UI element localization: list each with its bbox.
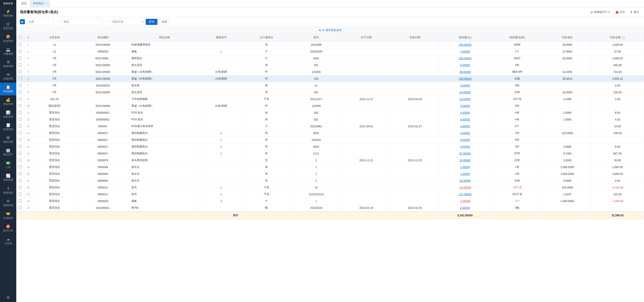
row-checkbox[interactable] <box>19 84 22 87</box>
sidebar-item-wholesale[interactable]: 📦 批发管理 <box>0 32 16 45</box>
row-checkbox-cell[interactable] <box>16 123 24 130</box>
row-checkbox-cell[interactable] <box>16 69 24 75</box>
row-checkbox-cell[interactable] <box>16 103 24 109</box>
row-checkbox[interactable] <box>19 138 22 141</box>
row-stock-main[interactable]: 1.00000 <box>439 48 491 55</box>
filter-expand-arrow[interactable]: ▶ <box>20 19 25 24</box>
row-checkbox-cell[interactable] <box>16 177 24 184</box>
row-checkbox[interactable] <box>19 70 22 73</box>
goods-filter[interactable] <box>62 19 102 25</box>
row-checkbox[interactable] <box>19 199 22 202</box>
row-checkbox[interactable] <box>19 77 22 80</box>
row-checkbox[interactable] <box>19 57 22 60</box>
sidebar-item-collab[interactable]: 🤝 企业协同 <box>0 209 16 222</box>
tab-home[interactable]: 首页 <box>18 0 30 7</box>
row-stock-main[interactable]: 49.60000 <box>439 69 491 75</box>
row-checkbox[interactable] <box>19 97 22 100</box>
row-checkbox[interactable] <box>19 145 22 148</box>
row-checkbox-cell[interactable] <box>16 82 24 89</box>
search-button[interactable]: 查询 <box>146 19 158 25</box>
sidebar-item-basic-info[interactable]: ℹ 基础信息 <box>0 184 16 197</box>
warehouse-filter[interactable] <box>27 19 54 25</box>
sidebar-item-system[interactable]: ⚙ 系统管理 <box>0 197 16 209</box>
sidebar-item-cloud[interactable]: ☁ 云应用 <box>0 235 16 247</box>
row-checkbox-cell[interactable] <box>16 116 24 123</box>
row-stock-main[interactable]: 0.00000 <box>439 82 491 89</box>
row-checkbox-cell[interactable] <box>16 75 24 82</box>
col-expire-date[interactable]: 失效日期 <box>391 34 439 42</box>
sidebar-item-guide[interactable]: 🎯 新手引导 <box>0 222 16 235</box>
row-stock-main[interactable]: 10.00000 <box>439 96 491 103</box>
export-btn[interactable]: 📤 导出 <box>614 10 626 15</box>
row-stock-main[interactable]: 100.00000 <box>439 75 491 82</box>
select-all-checkbox[interactable] <box>19 36 22 39</box>
row-checkbox[interactable] <box>19 131 22 134</box>
sidebar-item-assets[interactable]: 🏢 固定资产 <box>0 146 16 159</box>
settings-button[interactable]: 设置 <box>159 19 170 25</box>
row-stock-main[interactable]: 0.00000 <box>439 123 491 130</box>
sidebar-item-inventory[interactable]: 📋 库存核查 <box>0 83 16 95</box>
display-btn[interactable]: 👁 展示 <box>628 10 640 15</box>
col-stock-amount[interactable]: 结存金额 i <box>591 34 644 42</box>
row-checkbox-cell[interactable] <box>16 198 24 205</box>
row-checkbox[interactable] <box>19 206 22 209</box>
row-stock-main[interactable]: 0.00000 <box>439 103 491 109</box>
col-goods-code[interactable]: 商品编码 <box>77 34 129 42</box>
tab-close-icon[interactable]: × <box>46 2 47 5</box>
row-checkbox-cell[interactable] <box>16 205 24 212</box>
row-checkbox-cell[interactable] <box>16 164 24 171</box>
col-stock-val[interactable]: 现存量(包装) <box>491 34 543 42</box>
sidebar-item-quick-nav[interactable]: ⚡ 快捷导航 <box>0 7 16 20</box>
col-spec[interactable]: 规格型号 <box>200 34 243 42</box>
sidebar-item-ledger[interactable]: 📊 总账管理 <box>0 108 16 121</box>
row-checkbox[interactable] <box>19 186 22 189</box>
expand-conditions-btn[interactable]: ▼ ▼ 展开更多条件 <box>318 28 342 32</box>
row-checkbox[interactable] <box>19 172 22 175</box>
print-template-btn[interactable]: 🖨 按模版打印 ▼ <box>589 10 612 15</box>
row-checkbox[interactable] <box>19 179 22 182</box>
col-checkbox[interactable] <box>16 34 24 42</box>
row-stock-main[interactable]: 0.00000 <box>439 62 491 69</box>
row-checkbox[interactable] <box>19 165 22 168</box>
row-checkbox-cell[interactable] <box>16 137 24 143</box>
row-stock-main[interactable]: 0.00000 <box>439 137 491 143</box>
col-batch[interactable]: 批号 <box>290 34 342 42</box>
row-checkbox-cell[interactable] <box>16 191 24 198</box>
row-stock-main[interactable]: 100.00000 <box>439 55 491 62</box>
row-stock-main[interactable]: 2.00000 <box>439 130 491 137</box>
sidebar-item-operations[interactable]: 📈 经营管理 <box>0 171 16 184</box>
row-stock-main[interactable]: 1.00000 <box>439 171 491 177</box>
row-checkbox-cell[interactable] <box>16 109 24 116</box>
row-stock-main[interactable]: 4.00000 <box>439 109 491 116</box>
row-checkbox[interactable] <box>19 193 22 196</box>
row-stock-main[interactable]: -1.00000 <box>439 198 491 205</box>
table-container[interactable]: # 仓库名称 商品编码 商品名称 规格型号 主计量单位 批号 生产日期 失效日期… <box>16 34 644 302</box>
row-checkbox-cell[interactable] <box>16 150 24 157</box>
tab-inventory-batch[interactable]: 库存批次 × <box>30 0 50 7</box>
row-stock-main[interactable]: 1.00000 <box>439 164 491 171</box>
stock-amount-info-icon[interactable]: i <box>622 36 625 39</box>
row-checkbox[interactable] <box>19 43 22 46</box>
row-checkbox[interactable] <box>19 125 22 127</box>
row-checkbox-cell[interactable] <box>16 157 24 164</box>
row-stock-main[interactable]: 3.00000 <box>439 143 491 150</box>
row-checkbox-cell[interactable] <box>16 96 24 103</box>
sidebar-item-retail[interactable]: 🛒 零售管理 <box>0 20 16 32</box>
row-stock-main[interactable]: 10.00000 <box>439 177 491 184</box>
col-unit[interactable]: 主计量单位 <box>242 34 290 42</box>
row-stock-main[interactable]: 100.00000 <box>439 42 491 48</box>
row-checkbox-cell[interactable] <box>16 48 24 55</box>
row-stock-main[interactable]: 4.00000 <box>439 116 491 123</box>
row-checkbox[interactable] <box>19 104 22 107</box>
row-checkbox[interactable] <box>19 111 22 114</box>
row-checkbox-cell[interactable] <box>16 89 24 96</box>
sidebar-settings-icon[interactable]: ⚙ <box>0 293 16 302</box>
row-stock-main[interactable]: 0.00000 <box>439 205 491 212</box>
row-checkbox[interactable] <box>19 118 22 121</box>
sidebar-item-purchase[interactable]: 🛍 采购管理 <box>0 70 16 83</box>
row-stock-main[interactable]: 87.00000 <box>439 150 491 157</box>
row-checkbox[interactable] <box>19 91 22 94</box>
sidebar-item-finance[interactable]: 💰 资金管理 <box>0 95 16 108</box>
row-stock-main[interactable]: 10.00000 <box>439 157 491 164</box>
col-stock-main[interactable]: 现存量(主) <box>439 34 491 42</box>
